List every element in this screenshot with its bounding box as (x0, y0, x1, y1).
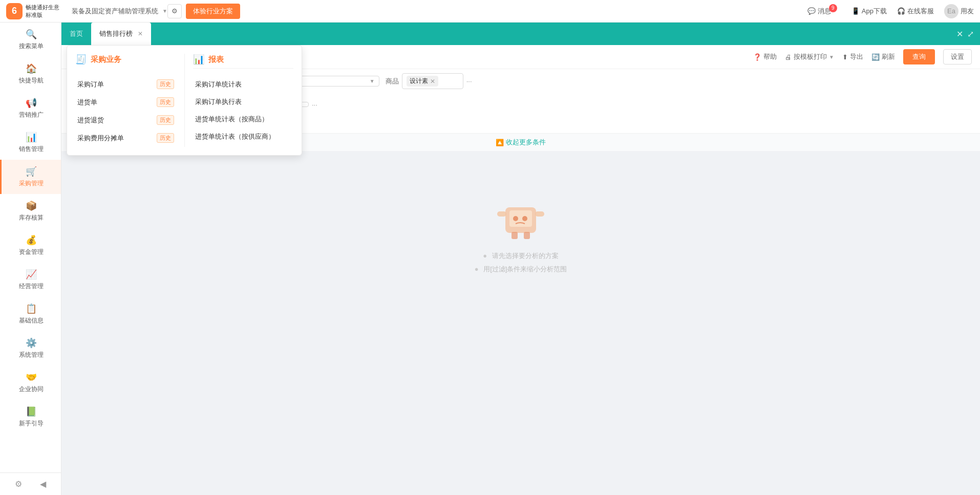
sidebar-item-system[interactable]: ⚙️ 系统管理 (0, 331, 61, 365)
sidebar-item-basicinfo[interactable]: 📋 基础信息 (0, 297, 61, 331)
svg-rect-4 (512, 232, 518, 239)
product-select[interactable]: 设计素 ✕ (402, 73, 463, 89)
app-download-button[interactable]: 📱 App下载 (851, 7, 887, 16)
help-icon: ❓ (753, 53, 761, 61)
status-arrow: ▼ (370, 78, 375, 84)
tab-bar: 首页 销售排行榜 ✕ ✕ ⤢ (61, 23, 980, 45)
sidebar-item-marketing[interactable]: 📢 营销推广 (0, 91, 61, 125)
user-area[interactable]: Ea 用友 (944, 4, 974, 18)
print-icon: 🖨 (785, 53, 792, 61)
sidebar-item-operations[interactable]: 📈 经营管理 (0, 263, 61, 297)
system-icon: ⚙️ (26, 337, 37, 349)
avatar-text: Ea (947, 7, 955, 15)
purchase-business-col: 🧾 采购业务 采购订单 历史 进货单 历史 进货退货 历史 采购费用分摊单 历史 (75, 54, 176, 147)
salesperson-dots[interactable]: ··· (312, 101, 317, 109)
chat-icon: 💬 (807, 7, 816, 15)
print-button[interactable]: 🖨 按模板打印 ▼ (785, 52, 834, 61)
sidebar-item-finance[interactable]: 💰 资金管理 (0, 228, 61, 263)
logo-line2: 标准版 (26, 11, 59, 18)
logo-area: 6 畅捷通好生意 标准版 (6, 3, 68, 19)
sidebar-item-guide[interactable]: 📗 新手引导 (0, 400, 61, 434)
menu-purchase-return[interactable]: 进货退货 历史 (75, 111, 176, 129)
purchase-icon: 🛒 (26, 166, 37, 177)
headset-icon: 🎧 (897, 7, 905, 15)
menu-purchase-order[interactable]: 采购订单 历史 (75, 75, 176, 93)
industry-solution-button[interactable]: 体验行业方案 (186, 4, 240, 19)
report-header: 📊 报表 (193, 54, 294, 69)
tab-home[interactable]: 首页 (61, 23, 91, 45)
product-tag-close[interactable]: ✕ (430, 78, 435, 85)
sidebar-item-purchase[interactable]: 🛒 采购管理 (0, 160, 61, 194)
product-tag[interactable]: 设计素 ✕ (407, 76, 438, 87)
tab-sales-rank-label: 销售排行榜 (99, 29, 133, 38)
svg-rect-6 (497, 211, 506, 217)
help-button[interactable]: ❓ 帮助 (753, 52, 777, 61)
system-name-area: 装备及固定资产辅助管理系统 ▼ (72, 7, 167, 16)
menu-purchase-expense[interactable]: 采购费用分摊单 历史 (75, 129, 176, 147)
sidebar-label-system: 系统管理 (19, 351, 44, 359)
product-dots[interactable]: ··· (466, 77, 472, 85)
sidebar-label-finance: 资金管理 (19, 248, 44, 256)
print-dropdown-icon: ▼ (829, 54, 834, 60)
menu-purchase-order-stat[interactable]: 采购订单统计表 (193, 76, 294, 93)
product-label: 商品 (386, 77, 399, 86)
enterprise-icon: 🤝 (26, 372, 37, 383)
sidebar-label-quicknav: 快捷导航 (19, 76, 44, 85)
settings-button[interactable]: 设置 (943, 49, 972, 64)
sidebar-settings-icon[interactable]: ⚙ (15, 479, 22, 489)
export-label: 导出 (850, 52, 863, 61)
sidebar-item-enterprise[interactable]: 🤝 企业协同 (0, 365, 61, 400)
export-icon: ⬆ (842, 53, 848, 61)
sidebar-collapse-icon[interactable]: ◀ (40, 479, 46, 489)
sidebar-label-search: 搜索菜单 (19, 42, 44, 51)
empty-svg (490, 192, 551, 243)
system-dropdown-arrow[interactable]: ▼ (162, 8, 167, 14)
sidebar: 🔍 搜索菜单 🏠 快捷导航 📢 营销推广 📊 销售管理 🛒 采购管理 📦 库存核… (0, 23, 61, 495)
menu-purchase-order-exec[interactable]: 采购订单执行表 (193, 93, 294, 111)
collapse-label: 收起更多条件 (506, 138, 546, 147)
tab-sales-rank-close[interactable]: ✕ (138, 30, 143, 37)
sales-icon: 📊 (26, 132, 37, 143)
tab-expand-icon[interactable]: ⤢ (967, 29, 974, 39)
basicinfo-icon: 📋 (26, 303, 37, 314)
sidebar-label-operations: 经营管理 (19, 282, 44, 291)
menu-arrival-stat-product[interactable]: 进货单统计表（按商品） (193, 111, 294, 128)
collapse-button[interactable]: 🔼 收起更多条件 (496, 138, 546, 147)
purchase-order-label: 采购订单 (77, 80, 104, 89)
sidebar-item-search[interactable]: 🔍 搜索菜单 (0, 23, 61, 57)
sidebar-item-inventory[interactable]: 📦 库存核算 (0, 194, 61, 228)
marketing-icon: 📢 (26, 97, 37, 109)
refresh-button[interactable]: 🔄 刷新 (871, 52, 895, 61)
tab-close-all-icon[interactable]: ✕ (956, 29, 963, 39)
tab-sales-rank[interactable]: 销售排行榜 ✕ (91, 23, 151, 45)
purchase-order-exec-label: 采购订单执行表 (195, 97, 242, 106)
report-col: 📊 报表 采购订单统计表 采购订单执行表 进货单统计表（按商品） 进货单统计表（… (193, 54, 294, 147)
export-button[interactable]: ⬆ 导出 (842, 52, 863, 61)
home-icon: 🏠 (26, 63, 37, 74)
finance-icon: 💰 (26, 234, 37, 246)
sidebar-item-quicknav[interactable]: 🏠 快捷导航 (0, 57, 61, 91)
menu-arrival-stat-supplier[interactable]: 进货单统计表（按供应商） (193, 128, 294, 145)
sidebar-item-sales[interactable]: 📊 销售管理 (0, 125, 61, 160)
report-icon: 📊 (193, 54, 204, 65)
top-bar-right-area: 💬 消息 9 📱 App下载 🎧 在线客服 Ea 用友 (807, 4, 974, 18)
search-icon: 🔍 (26, 29, 37, 40)
sidebar-label-enterprise: 企业协同 (19, 385, 44, 394)
sidebar-label-marketing: 营销推广 (19, 111, 44, 119)
menu-purchase-arrival[interactable]: 进货单 历史 (75, 93, 176, 111)
tab-bar-right: ✕ ⤢ (956, 29, 980, 39)
purchase-expense-history: 历史 (157, 133, 174, 143)
logo-line1: 畅捷通好生意 (26, 4, 59, 11)
sidebar-label-inventory: 库存核算 (19, 213, 44, 222)
inventory-icon: 📦 (26, 200, 37, 211)
settings-gear-button[interactable]: ⚙ (167, 4, 182, 18)
purchase-arrival-history: 历史 (157, 97, 174, 107)
refresh-icon: 🔄 (871, 53, 880, 61)
top-bar: 6 畅捷通好生意 标准版 装备及固定资产辅助管理系统 ▼ ⚙ 体验行业方案 💬 … (0, 0, 980, 23)
sidebar-label-sales: 销售管理 (19, 145, 44, 154)
message-button[interactable]: 💬 消息 9 (807, 7, 841, 16)
online-service-button[interactable]: 🎧 在线客服 (897, 7, 934, 16)
svg-rect-7 (535, 211, 544, 217)
purchase-expense-label: 采购费用分摊单 (77, 134, 124, 143)
query-button[interactable]: 查询 (903, 49, 935, 64)
